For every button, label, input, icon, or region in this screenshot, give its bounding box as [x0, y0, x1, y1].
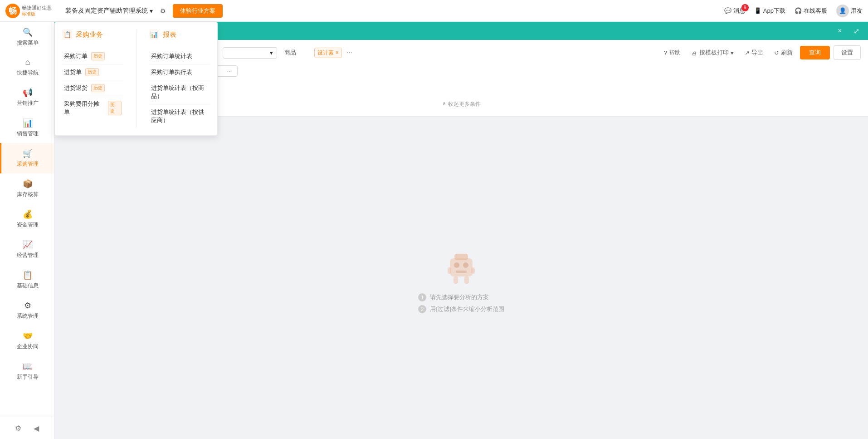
inventory-icon: 📦 — [23, 179, 33, 189]
online-service-btn[interactable]: 🎧 在线客服 — [795, 7, 827, 15]
sidebar: 🔍 搜索菜单 ⌂ 快捷导航 📢 营销推广 📊 销售管理 🛒 采购管理 📦 库存核… — [0, 22, 54, 439]
help-icon: ? — [664, 49, 667, 56]
message-btn[interactable]: 💬 消息 9 — [724, 7, 745, 15]
headset-icon: 🎧 — [795, 7, 802, 14]
logo-icon: 畅 — [5, 4, 20, 18]
search-icon: 🔍 — [23, 27, 33, 37]
help-btn[interactable]: ? 帮助 — [660, 47, 684, 59]
print-icon: 🖨 — [692, 49, 697, 56]
collab-icon: 🤝 — [23, 331, 33, 341]
top-right-area: 💬 消息 9 📱 App下载 🎧 在线客服 👤 用友 — [724, 5, 863, 17]
guide-icon: 📖 — [23, 361, 33, 371]
sidebar-bottom: ⚙ ◀ — [0, 417, 54, 439]
sidebar-item-basic[interactable]: 📋 基础信息 — [0, 265, 54, 295]
toolbar-right: ? 帮助 🖨 按模板打印 ▾ ↗ 导出 ↺ — [660, 45, 861, 60]
sidebar-item-operations[interactable]: 📈 经营管理 — [0, 234, 54, 265]
operations-icon: 📈 — [23, 240, 33, 250]
chevron-down-icon: ▾ — [270, 49, 273, 56]
purchase-icon: 🛒 — [23, 148, 33, 158]
sys-dropdown[interactable]: 装备及固定资产辅助管理系统 ▾ — [65, 7, 153, 15]
user-menu-btn[interactable]: 👤 用友 — [836, 5, 863, 17]
collapse-sidebar-btn[interactable]: ◀ — [28, 421, 44, 435]
message-icon: 💬 — [724, 7, 731, 14]
export-btn[interactable]: ↗ 导出 — [741, 47, 767, 59]
goods-tag: 设计素 × — [314, 48, 342, 58]
settings-button[interactable]: 设置 — [834, 45, 861, 60]
tab-actions: × ⤢ — [834, 25, 868, 37]
dropdown-col-purchase: 📋 采购业务 采购订单 历史 进货单 历史 进货退货 历史 采购费用分摊单 — [62, 30, 123, 128]
dropdown-item-purchase-stat[interactable]: 采购订单统计表 — [149, 49, 210, 64]
order-status-select[interactable]: ▾ — [223, 47, 277, 59]
sidebar-item-guide[interactable]: 📖 新手引导 — [0, 356, 54, 386]
home-icon: ⌂ — [25, 58, 30, 67]
sidebar-item-nav[interactable]: ⌂ 快捷导航 — [0, 52, 54, 82]
sidebar-item-marketing[interactable]: 📢 营销推广 — [0, 82, 54, 113]
dropdown-col-report: 📊 报表 采购订单统计表 采购订单执行表 进货单统计表（按商品） 进货单统计表（… — [149, 30, 210, 128]
gear-button[interactable]: ⚙ — [156, 5, 169, 17]
svg-rect-5 — [448, 267, 451, 274]
col1-header: 📋 采购业务 — [62, 30, 123, 43]
system-icon: ⚙ — [24, 301, 31, 311]
purchase-col-icon: 📋 — [62, 30, 72, 39]
sidebar-item-finance[interactable]: 💰 资金管理 — [0, 204, 54, 234]
chevron-down-icon: ▾ — [150, 7, 153, 15]
dropdown-item-purchase-exec[interactable]: 采购订单执行表 — [149, 64, 210, 80]
refresh-icon: ↺ — [774, 49, 779, 56]
logo-text: 畅捷通好生意 标准版 — [22, 5, 52, 17]
svg-rect-4 — [456, 271, 467, 273]
goods-filter: 商品 设计素 × ··· — [284, 48, 354, 58]
sidebar-item-search[interactable]: 🔍 搜索菜单 — [0, 22, 54, 52]
sidebar-item-system[interactable]: ⚙ 系统管理 — [0, 295, 54, 326]
dropdown-item-return[interactable]: 进货退货 历史 — [62, 80, 123, 96]
refresh-btn[interactable]: ↺ 刷新 — [770, 47, 796, 59]
app-download-btn[interactable]: 📱 App下载 — [754, 7, 785, 15]
basic-icon: 📋 — [23, 270, 33, 280]
svg-point-3 — [463, 262, 468, 268]
tab-maximize-btn[interactable]: ⤢ — [850, 25, 863, 37]
logo-area: 畅 畅捷通好生意 标准版 — [5, 4, 60, 18]
dropdown-item-purchase-order[interactable]: 采购订单 历史 — [62, 49, 123, 64]
goods-tag-close[interactable]: × — [336, 49, 339, 56]
svg-rect-7 — [454, 276, 458, 284]
svg-rect-0 — [450, 258, 473, 276]
print-btn[interactable]: 🖨 按模板打印 ▾ — [688, 47, 737, 59]
industry-btn[interactable]: 体验行业方案 — [173, 4, 223, 18]
salesperson-dots[interactable]: ··· — [225, 68, 234, 74]
empty-tips: 1 请先选择要分析的方案 2 用[过滤]条件来缩小分析范围 — [418, 293, 504, 313]
empty-tip-1: 1 请先选择要分析的方案 — [418, 293, 504, 301]
dropdown-item-inbound-supplier[interactable]: 进货单统计表（按供应商） — [149, 104, 210, 128]
search-button[interactable]: 查询 — [800, 46, 830, 59]
dropdown-item-expense[interactable]: 采购费用分摊单 历史 — [62, 96, 123, 120]
empty-state: 1 请先选择要分析的方案 2 用[过滤]条件来缩小分析范围 — [54, 117, 868, 439]
dropdown-item-inbound[interactable]: 进货单 历史 — [62, 64, 123, 80]
message-badge: 9 — [741, 4, 749, 11]
dropdown-item-inbound-goods[interactable]: 进货单统计表（按商品） — [149, 80, 210, 104]
goods-filter-more[interactable]: ··· — [345, 49, 354, 57]
marketing-icon: 📢 — [23, 88, 33, 98]
sidebar-item-purchase[interactable]: 🛒 采购管理 — [0, 143, 54, 173]
sidebar-item-sales[interactable]: 📊 销售管理 — [0, 113, 54, 143]
sales-icon: 📊 — [23, 118, 33, 128]
settings-bottom-btn[interactable]: ⚙ — [10, 421, 26, 435]
empty-illustration — [439, 242, 484, 288]
export-icon: ↗ — [745, 49, 750, 56]
finance-icon: 💰 — [23, 209, 33, 219]
empty-tip-2: 2 用[过滤]条件来缩小分析范围 — [418, 305, 504, 313]
col2-header: 📊 报表 — [149, 30, 210, 43]
dropdown-menu: 📋 采购业务 采购订单 历史 进货单 历史 进货退货 历史 采购费用分摊单 — [54, 22, 218, 136]
tab-close-window-btn[interactable]: × — [834, 25, 846, 37]
phone-icon: 📱 — [754, 7, 761, 14]
svg-point-2 — [454, 262, 459, 268]
collapse-up-icon: ∧ — [442, 100, 446, 108]
svg-rect-1 — [454, 254, 468, 260]
print-chevron-icon: ▾ — [731, 49, 734, 56]
dropdown-divider — [136, 30, 137, 128]
dropdown-cols: 📋 采购业务 采购订单 历史 进货单 历史 进货退货 历史 采购费用分摊单 — [62, 30, 210, 128]
svg-rect-6 — [471, 267, 475, 274]
sidebar-item-collab[interactable]: 🤝 企业协同 — [0, 326, 54, 356]
sidebar-item-inventory[interactable]: 📦 库存核算 — [0, 173, 54, 204]
sys-name-area: 装备及固定资产辅助管理系统 ▾ ⚙ 体验行业方案 — [60, 4, 724, 18]
top-bar: 畅 畅捷通好生意 标准版 装备及固定资产辅助管理系统 ▾ ⚙ 体验行业方案 💬 … — [0, 0, 868, 22]
report-col-icon: 📊 — [149, 30, 159, 39]
svg-rect-8 — [464, 276, 469, 284]
